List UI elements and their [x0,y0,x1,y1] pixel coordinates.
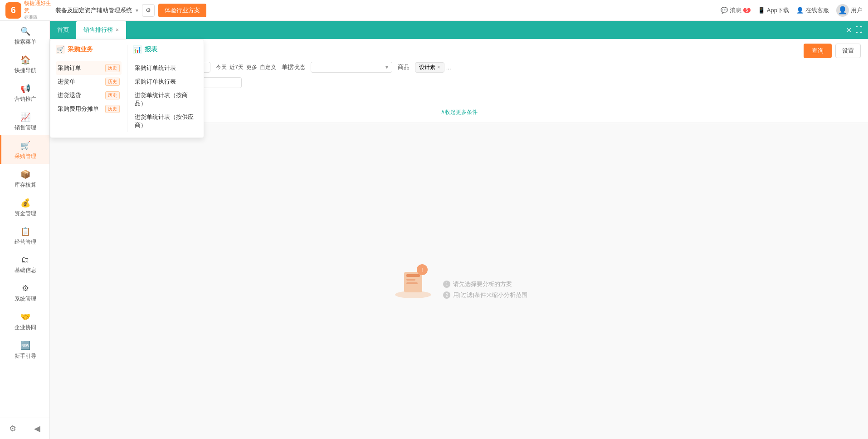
step-1: 1 [443,281,450,288]
sidebar-item-newbie[interactable]: 🆕 新手引导 [0,335,49,364]
document-status-dropdown-icon: ▾ [385,64,388,70]
action-buttons: 查询 设置 [804,44,861,58]
phone-icon: 📱 [758,7,765,14]
tab-home[interactable]: 首页 [50,21,76,39]
sidebar-collapse-button[interactable]: ◀ [34,424,40,434]
setting-button[interactable]: 设置 [835,44,861,58]
svg-text:!: ! [422,267,423,273]
menu-item-goods-receipt[interactable]: 进货单 历史 [56,75,122,89]
content-area: ! 1 请先选择要分析的方案 2 用[ [50,123,868,439]
newbie-icon: 🆕 [20,340,30,350]
system-info: 装备及固定资产辅助管理系统 ▾ ⚙ 体验行业方案 [55,4,721,17]
messages-button[interactable]: 💬 消息 5 [721,6,751,15]
svg-rect-3 [406,279,415,281]
enterprise-icon: 🤝 [20,312,30,322]
system-settings-button[interactable]: ⚙ [142,4,155,17]
marketing-icon: 📢 [20,84,30,94]
sidebar-item-search[interactable]: 🔍 搜索菜单 [0,21,49,49]
tab-expand-icon[interactable]: ⛶ [855,26,863,34]
goods-tag-close[interactable]: × [437,64,440,70]
shortcut-7days[interactable]: 近7天 [229,64,244,71]
purchase-business-title: 🛒 采购业务 [56,45,122,57]
logo-edition: 标准版 [24,14,55,20]
sidebar-label-newbie: 新手引导 [15,352,36,360]
date-shortcuts: 今天 近7天 更多 自定义 [216,64,276,71]
document-status-label: 单据状态 [282,63,305,71]
sidebar: 🔍 搜索菜单 🏠 快捷导航 📢 营销推广 📈 销售管理 🛒 采购管理 📦 库存核… [0,21,50,439]
menu-item-purchase-order-stat[interactable]: 采购订单统计表 [133,61,199,75]
logo: 6 畅捷通好生意 标准版 [5,0,55,20]
purchase-business-icon: 🛒 [56,45,65,54]
tab-sales-ranking[interactable]: 销售排行榜 × [76,21,126,39]
empty-state: ! 1 请先选择要分析的方案 2 用[ [390,263,527,299]
menu-item-goods-stat-by-supplier[interactable]: 进货单统计表（按供应商） [133,110,199,132]
sidebar-item-inventory[interactable]: 📦 库存核算 [0,164,49,192]
sidebar-label-inventory: 库存核算 [15,181,36,189]
report-col: 📊 报表 采购订单统计表 采购订单执行表 进货单统计表（按商品） 进货单统计表（… [133,45,199,132]
sidebar-label-finance: 资金管理 [15,210,36,217]
goods-tag[interactable]: 设计素 × [415,62,444,73]
shortcut-more[interactable]: 更多 [246,64,257,71]
sidebar-settings-button[interactable]: ⚙ [9,424,16,434]
tab-bar-actions: ✕ ⛶ [846,26,868,35]
tab-sales-ranking-label: 销售排行榜 [83,26,113,34]
empty-tips: 1 请先选择要分析的方案 2 用[过滤]条件来缩小分析范围 [443,280,527,299]
sidebar-item-finance[interactable]: 💰 资金管理 [0,192,49,221]
user-button[interactable]: 👤 用户 [836,4,863,17]
top-bar: 6 畅捷通好生意 标准版 装备及固定资产辅助管理系统 ▾ ⚙ 体验行业方案 💬 … [0,0,868,21]
sidebar-item-system[interactable]: ⚙ 系统管理 [0,278,49,306]
menu-item-purchase-order-exec[interactable]: 采购订单执行表 [133,75,199,89]
menu-item-goods-stat-by-product[interactable]: 进货单统计表（按商品） [133,89,199,110]
search-icon: 🔍 [20,26,30,36]
tab-close-all-icon[interactable]: ✕ [846,26,852,35]
empty-tip-2: 2 用[过滤]条件来缩小分析范围 [443,291,527,299]
goods-dots[interactable]: ... [446,64,451,71]
tab-close-icon[interactable]: × [116,27,119,33]
sidebar-label-operation: 经营管理 [15,238,36,246]
step-2: 2 [443,291,450,299]
purchase-business-col: 🛒 采购业务 采购订单 历史 进货单 历史 进货退货 历史 采购费用分摊单 历史 [56,45,122,132]
shortcut-custom[interactable]: 自定义 [260,64,276,71]
sidebar-label-search: 搜索菜单 [15,38,36,46]
document-status-select[interactable]: ▾ [311,62,392,73]
sidebar-item-sales[interactable]: 📈 销售管理 [0,107,49,135]
menu-item-purchase-order[interactable]: 采购订单 历史 [56,61,122,75]
system-dropdown-icon[interactable]: ▾ [136,7,138,14]
sidebar-item-operation[interactable]: 📋 经营管理 [0,221,49,250]
app-download-button[interactable]: 📱 App下载 [758,6,789,15]
history-badge-0: 历史 [105,64,120,72]
svg-rect-2 [406,274,420,277]
trial-button[interactable]: 体验行业方案 [158,4,206,17]
collapse-icon: ∧ [441,109,445,116]
empty-svg: ! [390,263,436,299]
online-service-button[interactable]: 👤 在线客服 [796,6,829,15]
sidebar-item-purchase[interactable]: 🛒 采购管理 [0,135,49,164]
system-icon: ⚙ [22,283,29,293]
sidebar-item-quick-nav[interactable]: 🏠 快捷导航 [0,49,49,78]
empty-tip-1: 1 请先选择要分析的方案 [443,280,512,288]
sidebar-item-marketing[interactable]: 📢 营销推广 [0,78,49,107]
sidebar-item-enterprise[interactable]: 🤝 企业协同 [0,306,49,335]
empty-illustration: ! 1 请先选择要分析的方案 2 用[ [390,263,527,299]
finance-icon: 💰 [20,198,30,208]
basic-info-icon: 🗂 [21,255,29,265]
history-badge-3: 历史 [105,105,120,113]
goods-filter: 设计素 × ... [415,62,451,73]
sidebar-bottom: ⚙ ◀ [0,418,49,439]
report-title: 📊 报表 [133,45,199,57]
menu-item-goods-return[interactable]: 进货退货 历史 [56,89,122,102]
sidebar-item-basic-info[interactable]: 🗂 基础信息 [0,250,49,278]
operation-icon: 📋 [20,227,30,237]
purchase-dropdown-menu: 🛒 采购业务 采购订单 历史 进货单 历史 进货退货 历史 采购费用分摊单 历史… [50,39,204,138]
message-icon: 💬 [721,7,728,14]
logo-text: 畅捷通好生意 标准版 [24,0,55,20]
dropdown-divider [127,45,127,132]
sidebar-label-marketing: 营销推广 [15,95,36,103]
history-badge-1: 历史 [105,78,120,86]
sidebar-label-system: 系统管理 [15,295,36,303]
menu-item-purchase-expense[interactable]: 采购费用分摊单 历史 [56,102,122,116]
sales-icon: 📈 [20,112,30,122]
shortcut-today[interactable]: 今天 [216,64,227,71]
sidebar-label-basic-info: 基础信息 [15,266,36,274]
query-button[interactable]: 查询 [804,44,832,58]
